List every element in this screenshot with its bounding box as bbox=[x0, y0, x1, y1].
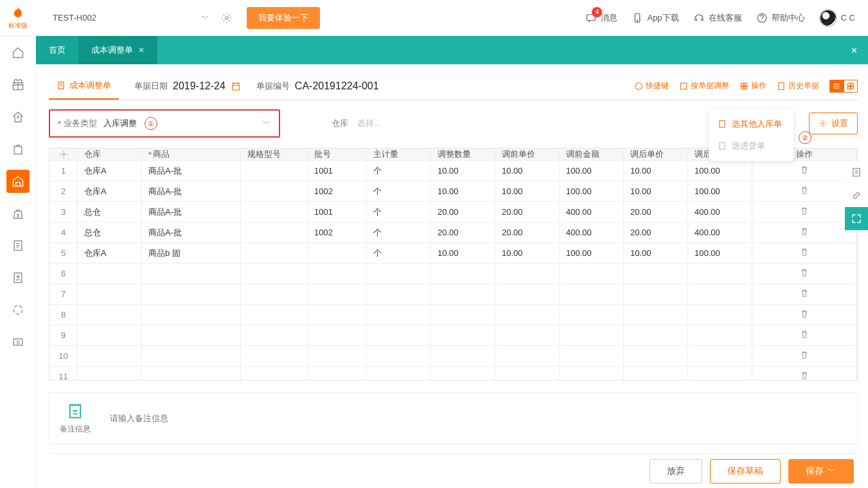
sidebar-doc[interactable] bbox=[6, 234, 30, 257]
table-row[interactable]: 2仓库A商品A-批1002个10.0010.00100.0010.00100.0… bbox=[49, 181, 857, 202]
sidebar-new[interactable]: 新 bbox=[6, 330, 30, 354]
chevron-down-icon: ﹀ bbox=[263, 118, 271, 129]
topbar: 标准版 TEST-H002 ﹀ 我要体验一下 消息 4 App下载 在线客服 帮… bbox=[0, 0, 868, 36]
download-button[interactable]: App下载 bbox=[632, 12, 678, 24]
sidebar-person[interactable] bbox=[6, 266, 30, 289]
delete-row-icon[interactable] bbox=[799, 329, 810, 341]
source-popup: 选其他入库单 选进货单 ② bbox=[709, 109, 793, 161]
delete-row-icon[interactable] bbox=[799, 206, 810, 218]
edition-label: 标准版 bbox=[8, 21, 28, 30]
table-row[interactable]: 11 bbox=[49, 366, 857, 381]
headset-icon bbox=[693, 12, 705, 24]
table-row[interactable]: 4总仓商品A-批1002个20.0020.00400.0020.00400.00 bbox=[49, 222, 857, 243]
warehouse-select[interactable]: 仓库 选择... bbox=[332, 118, 381, 129]
svg-point-0 bbox=[226, 16, 229, 19]
delete-row-icon[interactable] bbox=[799, 350, 810, 362]
right-toolbar bbox=[845, 161, 868, 230]
save-button[interactable]: 保存 ﹀ bbox=[788, 459, 854, 483]
view-toggle bbox=[829, 80, 858, 93]
settings-button[interactable]: 设置 bbox=[809, 113, 858, 134]
delete-row-icon[interactable] bbox=[799, 288, 810, 300]
svg-text:新: 新 bbox=[15, 340, 20, 345]
delete-row-icon[interactable] bbox=[799, 185, 810, 197]
shortcut-button[interactable]: 快捷键 bbox=[634, 80, 669, 91]
close-icon[interactable]: ✕ bbox=[138, 46, 145, 55]
ops-button[interactable]: 操作 bbox=[740, 80, 766, 91]
doc-icon bbox=[718, 141, 727, 150]
delete-row-icon[interactable] bbox=[799, 247, 810, 259]
delete-row-icon[interactable] bbox=[799, 309, 810, 321]
table-row[interactable]: 3总仓商品A-批1001个20.0020.00400.0020.00400.00 bbox=[49, 202, 857, 222]
sidebar-warehouse[interactable] bbox=[6, 170, 30, 193]
view-grid[interactable] bbox=[844, 80, 858, 93]
table-row[interactable]: 7 bbox=[49, 284, 857, 305]
svg-rect-24 bbox=[851, 83, 854, 86]
sidebar-loop[interactable] bbox=[6, 298, 30, 321]
gear-icon bbox=[819, 119, 828, 128]
sidebar-up[interactable] bbox=[6, 105, 30, 129]
user-menu[interactable]: C C bbox=[819, 9, 855, 27]
rtool-link[interactable] bbox=[845, 184, 868, 207]
view-list[interactable] bbox=[829, 80, 844, 93]
svg-rect-6 bbox=[14, 147, 22, 154]
table-row[interactable]: 6 bbox=[49, 264, 857, 284]
svg-rect-26 bbox=[851, 86, 854, 89]
svg-point-16 bbox=[635, 82, 642, 89]
doc-icon bbox=[57, 81, 66, 90]
delete-row-icon[interactable] bbox=[799, 370, 810, 381]
doc-icon bbox=[718, 120, 727, 129]
popup-other-inbound[interactable]: 选其他入库单 bbox=[709, 113, 793, 135]
sidebar-gift[interactable] bbox=[6, 73, 30, 96]
rtool-note[interactable] bbox=[845, 161, 868, 184]
rtool-expand[interactable] bbox=[845, 207, 868, 230]
col-config-icon[interactable] bbox=[49, 149, 78, 160]
chevron-down-icon: ﹀ bbox=[201, 12, 209, 24]
doc-tab[interactable]: 成本调整单 bbox=[49, 72, 119, 100]
svg-rect-20 bbox=[741, 86, 743, 89]
tabstrip-close[interactable]: ✕ bbox=[840, 36, 868, 64]
svg-point-10 bbox=[17, 276, 19, 278]
service-button[interactable]: 在线客服 bbox=[693, 12, 742, 24]
delete-row-icon[interactable] bbox=[799, 226, 810, 239]
calendar-icon[interactable] bbox=[231, 81, 241, 91]
messages-button[interactable]: 消息 4 bbox=[585, 12, 617, 24]
tab-cost-adjust[interactable]: 成本调整单 ✕ bbox=[78, 36, 157, 64]
svg-rect-19 bbox=[745, 83, 747, 86]
doc-date: 单据日期 2019-12-24 bbox=[134, 80, 241, 92]
table-row[interactable]: 5仓库A商品b 固个10.0010.00100.0010.00100.00 bbox=[49, 243, 857, 264]
history-button[interactable]: 历史单据 bbox=[777, 80, 819, 91]
svg-rect-28 bbox=[720, 143, 725, 150]
sidebar-money[interactable] bbox=[6, 202, 30, 225]
sidebar-home[interactable] bbox=[6, 41, 30, 64]
svg-rect-17 bbox=[680, 83, 686, 89]
chevron-down-icon: ﹀ bbox=[828, 465, 837, 477]
tab-home[interactable]: 首页 bbox=[36, 36, 78, 64]
sidebar: 新 bbox=[0, 36, 36, 488]
gear-icon[interactable] bbox=[221, 12, 233, 24]
table-row[interactable]: 9 bbox=[49, 325, 857, 346]
draft-button[interactable]: 保存草稿 bbox=[710, 459, 781, 483]
svg-rect-15 bbox=[233, 83, 240, 90]
remark-input[interactable] bbox=[101, 393, 857, 444]
by-bill-button[interactable]: 按单据调整 bbox=[679, 80, 729, 91]
svg-rect-32 bbox=[853, 168, 860, 176]
filter-row: * 业务类型 入库调整 ① ﹀ 仓库 选择... 选其他入库单 bbox=[49, 109, 858, 138]
avatar bbox=[819, 9, 837, 27]
note-icon bbox=[66, 402, 84, 420]
svg-point-29 bbox=[822, 122, 824, 125]
flame-icon bbox=[10, 6, 26, 21]
delete-row-icon[interactable] bbox=[799, 165, 810, 177]
table-row[interactable]: 1仓库A商品A-批1001个10.0010.00100.0010.00100.0… bbox=[49, 161, 857, 181]
table-row[interactable]: 10 bbox=[49, 346, 857, 366]
biz-type-select[interactable]: * 业务类型 入库调整 ① ﹀ bbox=[49, 109, 280, 138]
help-button[interactable]: 帮助中心 bbox=[756, 12, 805, 24]
delete-row-icon[interactable] bbox=[799, 267, 810, 280]
table-row[interactable]: 8 bbox=[49, 305, 857, 325]
svg-point-3 bbox=[637, 20, 639, 21]
org-select[interactable]: TEST-H002 ﹀ bbox=[48, 7, 215, 29]
discard-button[interactable]: 放弃 bbox=[650, 459, 702, 483]
promo-button[interactable]: 我要体验一下 bbox=[247, 7, 320, 29]
svg-point-11 bbox=[13, 305, 22, 314]
sidebar-bag[interactable] bbox=[6, 138, 30, 161]
doc-header: 成本调整单 单据日期 2019-12-24 单据编号 CA-20191224-0… bbox=[49, 72, 858, 100]
